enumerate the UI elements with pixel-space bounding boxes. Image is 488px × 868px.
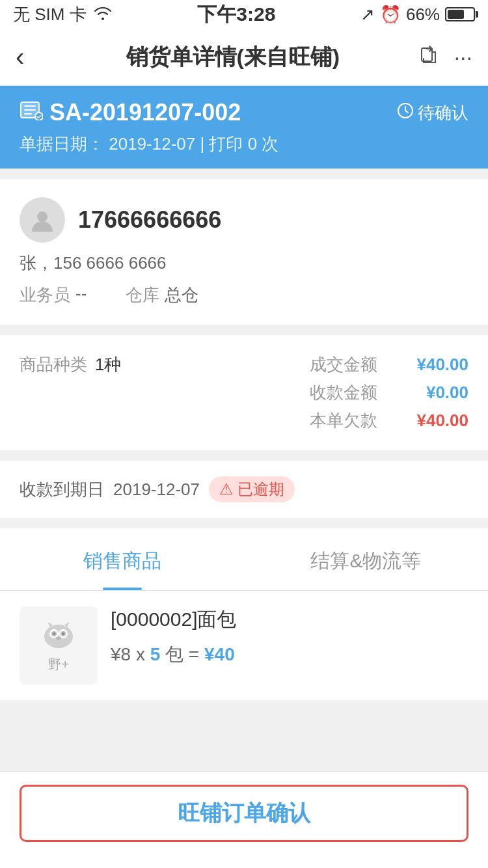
nav-actions: ··· <box>418 43 472 72</box>
amount-value: ¥40.00 <box>390 355 468 375</box>
summary-section: 商品种类 1种 成交金额 ¥40.00 收款金额 ¥0.00 本单欠款 ¥40.… <box>0 335 488 450</box>
product-name: [0000002]面包 <box>111 606 468 633</box>
received-value: ¥0.00 <box>390 383 468 403</box>
customer-section: 17666666666 张，156 6666 6666 业务员 -- 仓库 总仓 <box>0 179 488 325</box>
product-list: 野+ [0000002]面包 ¥8 x 5 包 = ¥40 <box>0 591 488 700</box>
order-header: SA-20191207-002 待确认 单据日期： 2019-12-07 | 打… <box>0 86 488 169</box>
page-title: 销货单详情(来自旺铺) <box>48 42 418 72</box>
location-icon: ↗ <box>360 5 375 25</box>
confirm-order-button[interactable]: 旺铺订单确认 <box>20 785 468 842</box>
due-date-section: 收款到期日 2019-12-07 ⚠ 已逾期 <box>0 461 488 518</box>
tabs-section: 销售商品 结算&物流等 <box>0 528 488 700</box>
clock-icon <box>397 102 414 124</box>
carrier-label: 无 SIM 卡 <box>13 3 87 26</box>
order-date: 单据日期： 2019-12-07 | 打印 0 次 <box>20 133 468 156</box>
avatar <box>20 197 65 243</box>
back-button[interactable]: ‹ <box>16 42 48 72</box>
warehouse-label: 仓库 <box>126 284 159 306</box>
share-icon[interactable] <box>418 43 441 72</box>
customer-phone: 17666666666 <box>78 206 221 234</box>
bottom-bar: 旺铺订单确认 <box>0 771 488 868</box>
battery-percent: 66% <box>406 5 440 25</box>
svg-point-4 <box>37 211 47 222</box>
warehouse-value: 总仓 <box>165 284 198 306</box>
svg-point-10 <box>53 632 55 635</box>
alarm-icon: ⏰ <box>380 5 401 25</box>
warning-icon: ⚠ <box>219 480 234 498</box>
customer-name: 张，156 6666 6666 <box>20 252 468 275</box>
owed-label: 本单欠款 <box>310 409 377 432</box>
status-left: 无 SIM 卡 <box>13 3 113 26</box>
salesman-value: -- <box>75 284 87 306</box>
due-date-label: 收款到期日 <box>20 478 104 501</box>
status-time: 下午3:28 <box>197 1 275 28</box>
owed-value: ¥40.00 <box>390 411 468 431</box>
svg-point-11 <box>62 632 64 635</box>
due-date-value: 2019-12-07 <box>113 480 200 500</box>
order-id: SA-20191207-002 <box>20 99 241 126</box>
battery-icon <box>445 7 475 21</box>
product-qty: 5 <box>150 644 161 664</box>
svg-point-2 <box>35 113 43 120</box>
received-label: 收款金额 <box>310 381 377 404</box>
product-type-value: 1种 <box>95 353 121 376</box>
wifi-icon <box>93 5 113 25</box>
svg-point-12 <box>56 636 61 640</box>
status-bar: 无 SIM 卡 下午3:28 ↗ ⏰ 66% <box>0 0 488 29</box>
salesman-label: 业务员 <box>20 284 70 306</box>
tabs-header: 销售商品 结算&物流等 <box>0 528 488 591</box>
product-price: ¥8 x 5 包 = ¥40 <box>111 642 468 667</box>
order-status: 待确认 <box>397 102 468 124</box>
product-type-label: 商品种类 <box>20 353 87 376</box>
order-icon <box>20 99 43 126</box>
customer-meta: 业务员 -- 仓库 总仓 <box>20 284 468 306</box>
product-total: ¥40 <box>204 644 235 664</box>
product-thumbnail: 野+ <box>20 606 98 685</box>
status-text: 待确认 <box>418 102 468 124</box>
product-info: [0000002]面包 ¥8 x 5 包 = ¥40 <box>111 606 468 667</box>
summary-right: 成交金额 ¥40.00 收款金额 ¥0.00 本单欠款 ¥40.00 <box>310 353 468 432</box>
overdue-text: 已逾期 <box>237 479 284 500</box>
order-number: SA-20191207-002 <box>49 99 241 126</box>
status-right: ↗ ⏰ 66% <box>360 5 475 25</box>
tab-sales-products[interactable]: 销售商品 <box>0 528 244 590</box>
overdue-badge: ⚠ 已逾期 <box>209 476 295 502</box>
tab-settlement[interactable]: 结算&物流等 <box>244 528 488 590</box>
product-item: 野+ [0000002]面包 ¥8 x 5 包 = ¥40 <box>20 606 468 685</box>
nav-bar: ‹ 销货单详情(来自旺铺) ··· <box>0 29 488 86</box>
more-icon[interactable]: ··· <box>454 44 472 70</box>
amount-label: 成交金额 <box>310 353 377 376</box>
